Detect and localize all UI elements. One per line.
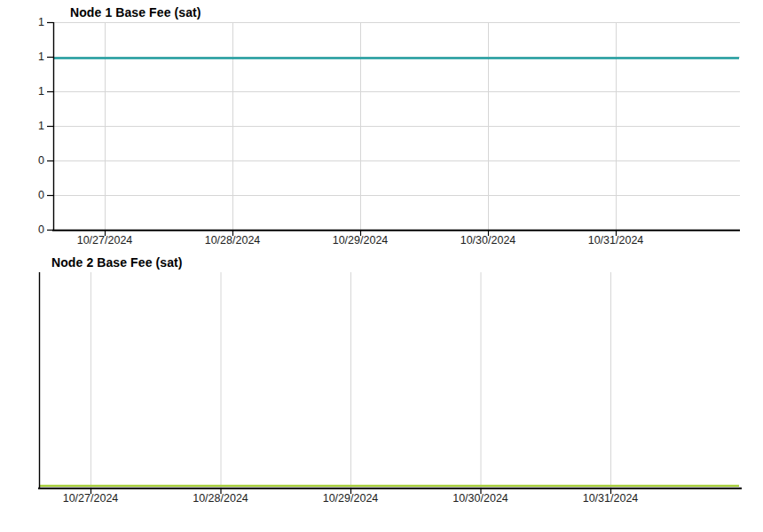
y-tick-label: 1 [18, 83, 44, 99]
y-tick-label: 1 [18, 14, 44, 30]
y-tick-label: 0 [18, 222, 44, 238]
dual-line-chart-panel: Node 1 Base Fee (sat) Node 2 Base Fee (s… [0, 0, 763, 532]
x-tick-label: 10/30/2024 [437, 490, 525, 506]
y-tick-label: 0 [18, 153, 44, 168]
x-tick-label: 10/31/2024 [571, 232, 660, 248]
x-tick-label: 10/29/2024 [316, 232, 405, 248]
x-tick-label: 10/27/2024 [60, 232, 149, 248]
x-tick-label: 10/30/2024 [444, 232, 532, 248]
x-tick-label: 10/28/2024 [177, 490, 265, 506]
y-tick-label: 1 [18, 49, 44, 65]
charts-canvas [0, 0, 763, 532]
x-tick-label: 10/28/2024 [188, 232, 277, 248]
x-tick-label: 10/31/2024 [566, 490, 655, 506]
y-tick-label: 0 [18, 187, 44, 203]
x-tick-label: 10/29/2024 [306, 490, 395, 506]
x-tick-label: 10/27/2024 [46, 490, 135, 506]
y-tick-label: 1 [18, 118, 44, 134]
